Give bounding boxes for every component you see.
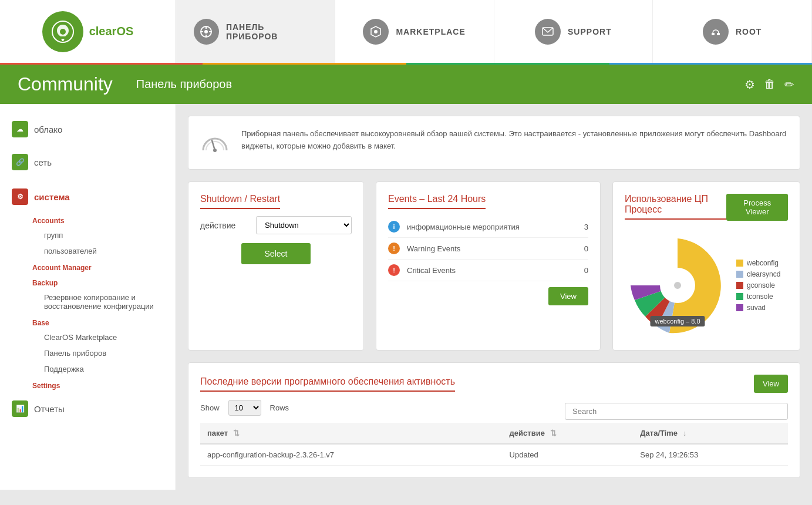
- sidebar-item-dashboard[interactable]: Панель приборов: [0, 345, 176, 361]
- event-row-warning: ! Warning Events 0: [388, 238, 588, 260]
- nav-item-marketplace[interactable]: MARKETPLACE: [335, 0, 494, 63]
- info-event-icon: i: [388, 221, 400, 233]
- legend-label-webconfig: webconfig: [747, 259, 779, 267]
- software-view-button[interactable]: View: [754, 375, 788, 393]
- logo-icon: [42, 11, 83, 52]
- nav-label-marketplace: MARKETPLACE: [396, 27, 465, 36]
- marketplace-icon: [363, 19, 389, 45]
- edit-icon[interactable]: ✏: [784, 78, 794, 92]
- sidebar-item-support[interactable]: Поддержка: [0, 361, 176, 377]
- info-event-count: 3: [577, 223, 588, 231]
- nav-label-dashboard: ПАНЕЛЬ ПРИБОРОВ: [226, 22, 317, 41]
- sidebar-system-header[interactable]: ⚙ система: [0, 181, 176, 212]
- shutdown-select[interactable]: Shutdown Restart: [256, 216, 352, 234]
- events-title: Events – Last 24 Hours: [388, 194, 486, 209]
- pie-chart-area: webconfig – 8.0 webconfig clearsyncd: [625, 233, 788, 338]
- table-controls-row: Show 10 25 50 100 Rows: [200, 400, 788, 423]
- col-action[interactable]: действие ⇅: [503, 423, 634, 444]
- legend-color-gconsole: [736, 282, 743, 289]
- events-widget: Events – Last 24 Hours i информационные …: [376, 181, 601, 351]
- sidebar-section-system: ⚙ система Accounts групп пользователей A…: [0, 181, 176, 392]
- info-box: Приборная панель обеспечивает высокоуров…: [188, 116, 800, 170]
- sort-action-icon[interactable]: ⇅: [550, 429, 557, 437]
- legend-suvad: suvad: [736, 304, 780, 312]
- software-box: Последние версии программного обеспечени…: [188, 362, 800, 478]
- sidebar-item-reports[interactable]: 📊 Отчеты: [0, 392, 176, 425]
- page-title: Панель приборов: [136, 78, 232, 91]
- cell-datetime: Sep 24, 19:26:53: [633, 444, 788, 466]
- nav-item-support[interactable]: SUPPORT: [494, 0, 653, 63]
- logo-text: clearOS: [89, 25, 134, 38]
- sidebar-reports-label: Отчеты: [34, 404, 65, 414]
- critical-event-count: 0: [577, 266, 588, 275]
- info-text: Приборная панель обеспечивает высокоуров…: [241, 128, 788, 153]
- sidebar-item-cloud[interactable]: ☁ облако: [0, 113, 176, 146]
- sidebar-cloud-label: облако: [34, 124, 62, 134]
- sidebar-item-users[interactable]: пользователей: [0, 243, 176, 259]
- software-header: Последние версии программного обеспечени…: [200, 375, 788, 393]
- content-area: Приборная панель обеспечивает высокоуров…: [176, 104, 812, 490]
- legend-clearsyncd: clearsyncd: [736, 270, 780, 278]
- dashboard-icon: [194, 19, 219, 45]
- trash-icon[interactable]: 🗑: [764, 78, 776, 92]
- submenu-base-label: Base: [0, 314, 176, 329]
- sidebar-submenu: Accounts групп пользователей Account Man…: [0, 212, 176, 392]
- svg-rect-11: [717, 33, 720, 35]
- main-layout: ☁ облако 🔗 сеть ⚙ система Accounts групп…: [0, 104, 812, 490]
- nav-item-root[interactable]: ROOT: [653, 0, 812, 63]
- event-list: i информационные мероприятия 3 ! Warning…: [388, 216, 588, 281]
- submenu-backup-label: Backup: [0, 274, 176, 289]
- speedometer-icon: [200, 130, 230, 157]
- legend-color-clearsyncd: [736, 271, 743, 278]
- svg-rect-10: [712, 33, 715, 35]
- submenu-settings-label: Settings: [0, 377, 176, 392]
- sidebar-item-network[interactable]: 🔗 сеть: [0, 146, 176, 179]
- software-table: пакет ⇅ действие ⇅ Дата/Time ↓: [200, 423, 788, 466]
- process-viewer-button[interactable]: Process Viewer: [726, 194, 788, 221]
- svg-point-13: [213, 149, 217, 152]
- search-input[interactable]: [565, 403, 788, 420]
- nav-label-support: SUPPORT: [568, 27, 612, 36]
- sidebar-item-backup[interactable]: Резервное копирование и восстановление к…: [0, 289, 176, 314]
- network-icon: 🔗: [12, 154, 28, 170]
- critical-event-icon: !: [388, 264, 400, 276]
- cell-action: Updated: [503, 444, 634, 466]
- events-view-button[interactable]: View: [548, 287, 588, 305]
- rows-per-page-select[interactable]: 10 25 50 100: [228, 400, 261, 416]
- legend-label-gconsole: gconsole: [747, 281, 775, 289]
- submenu-accounts-label: Accounts: [0, 212, 176, 227]
- action-label: действие: [200, 221, 247, 230]
- legend-label-clearsyncd: clearsyncd: [747, 270, 780, 278]
- sidebar: ☁ облако 🔗 сеть ⚙ система Accounts групп…: [0, 104, 176, 490]
- sidebar-item-groups[interactable]: групп: [0, 227, 176, 243]
- legend-color-webconfig: [736, 260, 743, 267]
- page-category: Community: [18, 73, 113, 95]
- sort-package-icon[interactable]: ⇅: [233, 429, 240, 437]
- svg-point-1: [60, 29, 66, 35]
- svg-point-15: [674, 282, 681, 289]
- col-datetime[interactable]: Дата/Time ↓: [633, 423, 788, 444]
- col-package[interactable]: пакет ⇅: [200, 423, 503, 444]
- support-icon: [535, 19, 561, 45]
- select-button[interactable]: Select: [241, 243, 311, 264]
- legend-color-tconsole: [736, 293, 743, 300]
- cell-package: app-configuration-backup-2.3.26-1.v7: [200, 444, 503, 466]
- page-header: Community Панель приборов ⚙ 🗑 ✏: [0, 65, 812, 104]
- system-icon: ⚙: [12, 188, 28, 205]
- legend-gconsole: gconsole: [736, 281, 780, 289]
- submenu-accountmanager-label: Account Manager: [0, 259, 176, 274]
- legend-tconsole: tconsole: [736, 292, 780, 301]
- warning-event-icon: !: [388, 243, 400, 254]
- sidebar-item-marketplace[interactable]: ClearOS Marketplace: [0, 329, 176, 345]
- pie-legend: webconfig clearsyncd gconsole tcons: [736, 259, 780, 312]
- legend-label-suvad: suvad: [747, 304, 766, 312]
- info-event-label: информационные мероприятия: [407, 223, 577, 231]
- legend-webconfig: webconfig: [736, 259, 780, 267]
- sort-datetime-icon[interactable]: ↓: [683, 429, 687, 437]
- settings-icon[interactable]: ⚙: [744, 78, 755, 92]
- nav-item-dashboard[interactable]: ПАНЕЛЬ ПРИБОРОВ: [176, 0, 335, 63]
- widget-row: Shutdown / Restart действие Shutdown Res…: [188, 181, 800, 351]
- shutdown-widget: Shutdown / Restart действие Shutdown Res…: [188, 181, 364, 351]
- table-controls: Show 10 25 50 100 Rows: [200, 400, 289, 416]
- nav-label-root: ROOT: [736, 27, 762, 36]
